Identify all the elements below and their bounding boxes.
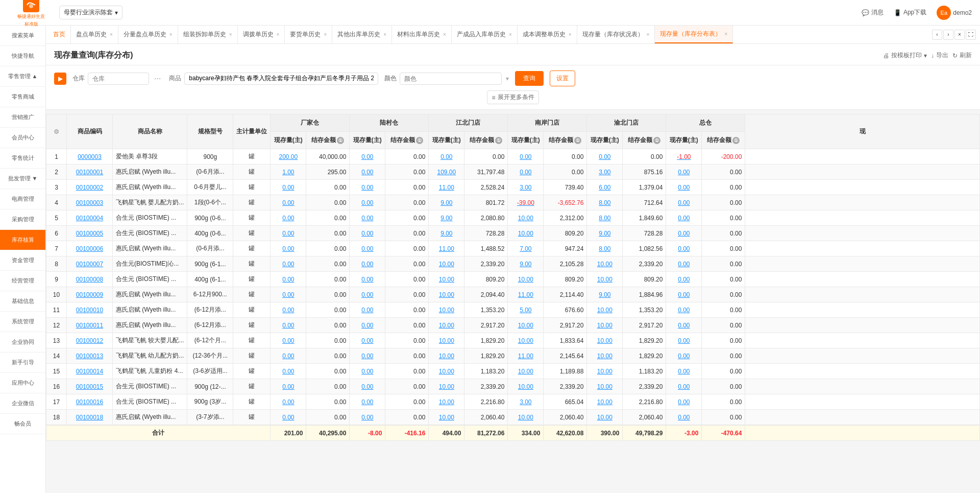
- cell-nanan-qty[interactable]: 9.00: [508, 256, 544, 272]
- cell-total-qty[interactable]: 0.00: [666, 272, 702, 287]
- cell-factory-qty[interactable]: 0.00: [271, 364, 306, 379]
- cell-code[interactable]: 00100016: [67, 394, 113, 410]
- cell-jiangbei-qty[interactable]: 10.00: [429, 364, 464, 379]
- cell-jiangbei-qty[interactable]: 10.00: [429, 348, 464, 364]
- cell-lu-qty[interactable]: 0.00: [350, 394, 385, 410]
- cell-code[interactable]: 00100003: [67, 195, 113, 210]
- cell-factory-qty[interactable]: 0.00: [271, 410, 306, 426]
- cell-yubei-qty[interactable]: 10.00: [587, 394, 623, 410]
- cell-code[interactable]: 00100004: [67, 210, 113, 226]
- tab-close-assembly[interactable]: ×: [229, 32, 232, 37]
- cell-total-qty[interactable]: 0.00: [666, 394, 702, 410]
- cell-yubei-qty[interactable]: 10.00: [587, 379, 623, 394]
- cell-code[interactable]: 00100018: [67, 410, 113, 426]
- cell-yubei-qty[interactable]: 6.00: [587, 180, 623, 195]
- cell-total-qty[interactable]: 0.00: [666, 165, 702, 180]
- cell-code[interactable]: 00100009: [67, 287, 113, 302]
- cell-code[interactable]: 00100006: [67, 241, 113, 256]
- cell-lu-qty[interactable]: 0.00: [350, 180, 385, 195]
- tab-inventory-check[interactable]: 盘点单历史 ×: [71, 26, 118, 43]
- cell-jiangbei-qty[interactable]: 10.00: [429, 287, 464, 302]
- cell-nanan-qty[interactable]: 10.00: [508, 364, 544, 379]
- factory-amt-info-icon[interactable]: ①: [337, 137, 344, 144]
- sidebar-item-search[interactable]: 搜索英单: [0, 26, 45, 46]
- cell-total-qty[interactable]: 0.00: [666, 333, 702, 348]
- tab-close-other-out[interactable]: ×: [383, 32, 386, 37]
- sidebar-item-member2[interactable]: 畅会员: [0, 414, 45, 434]
- store-selector[interactable]: 母婴行业演示陈套 ▾: [59, 6, 122, 19]
- cell-nanan-qty[interactable]: 10.00: [508, 210, 544, 226]
- tab-close-stock-status[interactable]: ×: [647, 32, 650, 37]
- cell-code[interactable]: 00100002: [67, 180, 113, 195]
- cell-nanan-qty[interactable]: 10.00: [508, 226, 544, 241]
- cell-nanan-qty[interactable]: 10.00: [508, 410, 544, 426]
- sidebar-item-ecommerce[interactable]: 电商管理: [0, 189, 45, 209]
- cell-factory-qty[interactable]: 0.00: [271, 210, 306, 226]
- cell-jiangbei-qty[interactable]: 11.00: [429, 180, 464, 195]
- tab-other-out[interactable]: 其他出库单历史 ×: [332, 26, 392, 43]
- sidebar-item-apps[interactable]: 应用中心: [0, 373, 45, 393]
- cell-lu-qty[interactable]: 0.00: [350, 364, 385, 379]
- cell-lu-qty[interactable]: 0.00: [350, 410, 385, 426]
- cell-yubei-qty[interactable]: 10.00: [587, 333, 623, 348]
- export-btn[interactable]: ↓ 导出: [931, 51, 948, 60]
- tab-assembly[interactable]: 组装拆卸单历史 ×: [178, 26, 238, 43]
- cell-total-qty[interactable]: 0.00: [666, 364, 702, 379]
- tab-transfer[interactable]: 调拨单历史 ×: [238, 26, 285, 43]
- cell-total-qty[interactable]: 0.00: [666, 379, 702, 394]
- cell-total-qty[interactable]: 0.00: [666, 256, 702, 272]
- app-download-btn[interactable]: 📱 App下载: [894, 8, 926, 17]
- tab-close-all-btn[interactable]: ×: [954, 30, 965, 40]
- cell-jiangbei-qty[interactable]: 10.00: [429, 302, 464, 318]
- cell-jiangbei-qty[interactable]: 9.00: [429, 226, 464, 241]
- cell-jiangbei-qty[interactable]: 10.00: [429, 272, 464, 287]
- cell-code[interactable]: 00100015: [67, 379, 113, 394]
- tab-requisition[interactable]: 要货单历史 ×: [285, 26, 332, 43]
- filter-toggle-btn[interactable]: ▶: [54, 73, 66, 85]
- message-btn[interactable]: 💬 消息: [862, 8, 884, 17]
- sidebar-item-retail-mgmt[interactable]: 零售管理 ▲: [0, 66, 45, 87]
- cell-factory-qty[interactable]: 0.00: [271, 256, 306, 272]
- sidebar-item-retail-mall[interactable]: 零售商城: [0, 87, 45, 107]
- cell-code[interactable]: 00100011: [67, 318, 113, 333]
- cell-factory-qty[interactable]: 200.00: [271, 149, 306, 165]
- cell-nanan-qty[interactable]: 10.00: [508, 333, 544, 348]
- cell-jiangbei-qty[interactable]: 10.00: [429, 318, 464, 333]
- cell-lu-qty[interactable]: 0.00: [350, 333, 385, 348]
- cell-total-qty[interactable]: 0.00: [666, 195, 702, 210]
- cell-nanan-qty[interactable]: 11.00: [508, 287, 544, 302]
- cell-lu-qty[interactable]: 0.00: [350, 379, 385, 394]
- cell-lu-qty[interactable]: 0.00: [350, 348, 385, 364]
- cell-jiangbei-qty[interactable]: 9.00: [429, 195, 464, 210]
- cell-jiangbei-qty[interactable]: 10.00: [429, 379, 464, 394]
- cell-yubei-qty[interactable]: 0.00: [587, 149, 623, 165]
- tab-partial-check[interactable]: 分量盘点单历史 ×: [118, 26, 178, 43]
- tab-close-product-in[interactable]: ×: [509, 32, 512, 37]
- warehouse-input[interactable]: [88, 73, 149, 85]
- cell-yubei-qty[interactable]: 9.00: [587, 287, 623, 302]
- tab-prev-btn[interactable]: ‹: [932, 30, 942, 40]
- cell-lu-qty[interactable]: 0.00: [350, 241, 385, 256]
- cell-yubei-qty[interactable]: 10.00: [587, 302, 623, 318]
- cell-lu-qty[interactable]: 0.00: [350, 287, 385, 302]
- tab-close-transfer[interactable]: ×: [277, 32, 280, 37]
- cell-lu-qty[interactable]: 0.00: [350, 165, 385, 180]
- cell-jiangbei-qty[interactable]: 0.00: [429, 149, 464, 165]
- cell-factory-qty[interactable]: 0.00: [271, 394, 306, 410]
- refresh-btn[interactable]: ↻ 刷新: [952, 51, 972, 60]
- tab-close-partial-check[interactable]: ×: [169, 32, 173, 37]
- cell-lu-qty[interactable]: 0.00: [350, 149, 385, 165]
- cell-factory-qty[interactable]: 0.00: [271, 195, 306, 210]
- tab-material-out[interactable]: 材料出库单历史 ×: [392, 26, 452, 43]
- print-btn[interactable]: 🖨 按模板打印 ▾: [883, 51, 927, 60]
- tab-close-requisition[interactable]: ×: [324, 32, 327, 37]
- warehouse-more-btn[interactable]: ···: [152, 74, 163, 83]
- cell-yubei-qty[interactable]: 3.00: [587, 165, 623, 180]
- cell-total-qty[interactable]: 0.00: [666, 180, 702, 195]
- tab-close-inventory-check[interactable]: ×: [110, 32, 113, 37]
- sidebar-item-wechat[interactable]: 企业微信: [0, 393, 45, 414]
- cell-lu-qty[interactable]: 0.00: [350, 302, 385, 318]
- cell-nanan-qty[interactable]: -39.00: [508, 195, 544, 210]
- cell-total-qty[interactable]: 0.00: [666, 210, 702, 226]
- cell-factory-qty[interactable]: 1.00: [271, 165, 306, 180]
